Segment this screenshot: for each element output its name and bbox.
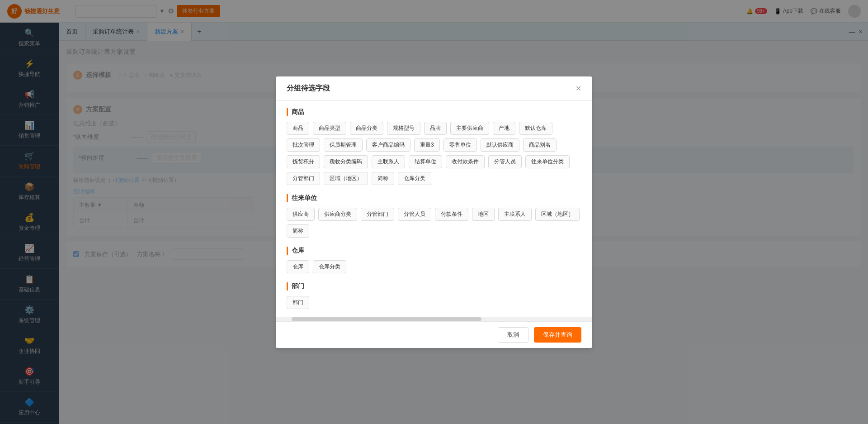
field-tag-origin[interactable]: 产地 [493, 122, 515, 135]
field-tag-department[interactable]: 部门 [287, 296, 309, 309]
field-tag-default-supplier[interactable]: 默认供应商 [481, 138, 519, 152]
section-partner-title: 往来单位 [287, 194, 581, 202]
field-tag-main-contact[interactable]: 主联系人 [372, 155, 405, 168]
section-warehouse: 仓库 仓库 仓库分类 [287, 247, 581, 273]
field-tag-dept[interactable]: 分管部门 [287, 172, 320, 185]
section-department: 部门 部门 [287, 282, 581, 309]
field-tag-warehouse[interactable]: 仓库 [287, 260, 309, 273]
field-tag-weight3[interactable]: 重量3 [414, 138, 440, 152]
field-tag-product-category[interactable]: 商品分类 [350, 122, 383, 135]
field-tag-manager[interactable]: 分管人员 [488, 155, 522, 168]
field-tag-manager-partner[interactable]: 分管人员 [398, 208, 431, 221]
modal-footer: 取消 保存并查询 [276, 321, 592, 348]
modal-horizontal-scrollbar[interactable] [276, 317, 592, 321]
field-tag-region-partner[interactable]: 区域（地区） [535, 208, 580, 221]
field-tag-pick-points[interactable]: 拣货积分 [287, 155, 320, 168]
section-partner: 往来单位 供应商 供应商分类 分管部门 分管人员 付款条件 地区 主联系人 区域… [287, 194, 581, 238]
field-tag-customer-code[interactable]: 客户商品编码 [366, 138, 410, 152]
modal-cancel-button[interactable]: 取消 [498, 327, 528, 343]
section-warehouse-title: 仓库 [287, 247, 581, 255]
field-tag-retail-unit[interactable]: 零售单位 [443, 138, 477, 152]
modal-overlay: 分组待选字段 ✕ 商品 商品 商品类型 商品分类 规格型号 品牌 主要供应商 产… [0, 0, 868, 424]
field-selection-modal: 分组待选字段 ✕ 商品 商品 商品类型 商品分类 规格型号 品牌 主要供应商 产… [276, 76, 592, 348]
modal-hscroll-thumb [292, 317, 481, 321]
field-tag-tax-code[interactable]: 税收分类编码 [324, 155, 368, 168]
field-tag-warehouse-cat-product[interactable]: 仓库分类 [398, 172, 431, 185]
field-tag-product-type[interactable]: 商品类型 [313, 122, 346, 135]
field-tag-batch-mgmt[interactable]: 批次管理 [287, 138, 320, 152]
section-product: 商品 商品 商品类型 商品分类 规格型号 品牌 主要供应商 产地 默认仓库 批次… [287, 108, 581, 185]
section-department-grid: 部门 [287, 296, 581, 309]
field-tag-short-name-product[interactable]: 简称 [372, 172, 394, 185]
field-tag-payment-terms[interactable]: 收付款条件 [446, 155, 485, 168]
field-tag-partner-category[interactable]: 往来单位分类 [525, 155, 570, 168]
section-product-grid: 商品 商品类型 商品分类 规格型号 品牌 主要供应商 产地 默认仓库 批次管理 … [287, 122, 581, 185]
field-tag-supplier-category[interactable]: 供应商分类 [318, 208, 357, 221]
modal-close-button[interactable]: ✕ [576, 84, 581, 93]
modal-header: 分组待选字段 ✕ [276, 76, 592, 101]
field-tag-region-product[interactable]: 区域（地区） [324, 172, 368, 185]
field-tag-warehouse-category[interactable]: 仓库分类 [313, 260, 346, 273]
field-tag-dept-partner[interactable]: 分管部门 [361, 208, 394, 221]
field-tag-main-supplier[interactable]: 主要供应商 [450, 122, 489, 135]
modal-body: 商品 商品 商品类型 商品分类 规格型号 品牌 主要供应商 产地 默认仓库 批次… [276, 101, 592, 317]
field-tag-payment-condition[interactable]: 付款条件 [435, 208, 468, 221]
field-tag-short-name-partner[interactable]: 简称 [287, 224, 309, 238]
field-tag-product-alias[interactable]: 商品别名 [523, 138, 557, 152]
field-tag-settlement-unit[interactable]: 结算单位 [409, 155, 442, 168]
field-tag-default-warehouse[interactable]: 默认仓库 [519, 122, 552, 135]
field-tag-spec[interactable]: 规格型号 [387, 122, 420, 135]
section-partner-grid: 供应商 供应商分类 分管部门 分管人员 付款条件 地区 主联系人 区域（地区） … [287, 208, 581, 238]
field-tag-main-contact-partner[interactable]: 主联系人 [498, 208, 532, 221]
field-tag-brand[interactable]: 品牌 [424, 122, 447, 135]
section-product-title: 商品 [287, 108, 581, 116]
field-tag-shelf-life[interactable]: 保质期管理 [324, 138, 363, 152]
section-warehouse-grid: 仓库 仓库分类 [287, 260, 581, 273]
modal-save-button[interactable]: 保存并查询 [534, 327, 581, 343]
field-tag-product[interactable]: 商品 [287, 122, 309, 135]
field-tag-area-partner[interactable]: 地区 [472, 208, 495, 221]
modal-title: 分组待选字段 [287, 84, 330, 93]
field-tag-supplier[interactable]: 供应商 [287, 208, 315, 221]
section-department-title: 部门 [287, 282, 581, 291]
